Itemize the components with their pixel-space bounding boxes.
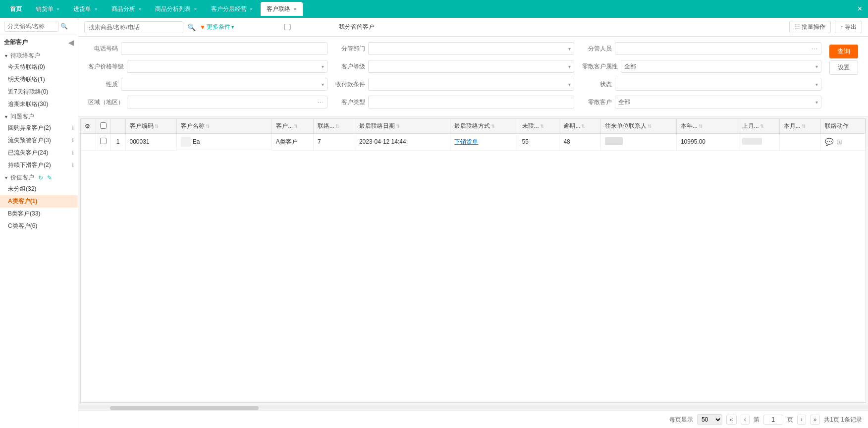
col-contact-person[interactable]: 往来单位联系人⇅	[601, 119, 677, 134]
nav-tab-product-list-close[interactable]: ×	[194, 6, 197, 12]
sidebar-item-today[interactable]: 今天待联络(0)	[0, 61, 78, 73]
export-button[interactable]: ↑ 导出	[835, 21, 862, 33]
customer-avatar	[181, 137, 191, 147]
next-page-button[interactable]: ›	[797, 415, 806, 425]
sidebar-item-ungrouped[interactable]: 未分组(32)	[0, 183, 78, 195]
search-input[interactable]	[84, 21, 183, 33]
nav-tab-product-analysis-close[interactable]: ×	[138, 6, 141, 12]
ungrouped-label: 未分组(32)	[8, 185, 74, 193]
td-contact-person	[601, 134, 677, 151]
per-page-label: 每页显示	[669, 416, 693, 424]
last-page-button[interactable]: »	[810, 415, 820, 425]
filter-retail-customer: 零散客户 全部 ▾	[578, 94, 825, 110]
region-input[interactable]: ···	[127, 96, 327, 108]
person-dots-icon[interactable]: ···	[812, 45, 818, 52]
first-page-button[interactable]: «	[726, 415, 737, 425]
sidebar-item-tomorrow[interactable]: 明天待联络(1)	[0, 73, 78, 86]
horizontal-scrollbar[interactable]	[78, 405, 868, 411]
td-checkbox[interactable]	[96, 134, 110, 151]
sidebar-item-class-a[interactable]: A类客户(1)	[0, 195, 78, 208]
nav-tab-customer-segment-close[interactable]: ×	[250, 6, 253, 12]
nav-tab-sales-close[interactable]: ×	[56, 6, 59, 12]
retail-customer-select[interactable]: 全部 ▾	[615, 96, 821, 108]
person-input[interactable]: ···	[615, 42, 821, 55]
prev-page-button[interactable]: ‹	[741, 415, 750, 425]
nav-tab-product-list-label: 商品分析列表	[155, 5, 191, 13]
nav-tab-sales[interactable]: 销货单 ×	[30, 2, 65, 16]
col-select-all[interactable]	[96, 119, 110, 134]
price-level-select[interactable]: ▾	[127, 60, 327, 73]
contact-sort-icon: ⇅	[335, 123, 339, 129]
row-last-method[interactable]: 下销货单	[454, 138, 478, 145]
row-no-contact: 55	[522, 138, 529, 145]
sidebar-item-class-b[interactable]: B类客户(33)	[0, 208, 78, 220]
sidebar-item-repurchase-abnormal[interactable]: 回购异常客户(2) ℹ	[0, 122, 78, 134]
col-this-month[interactable]: 本月...⇅	[779, 119, 821, 134]
nav-tab-customer-contact[interactable]: 客户联络 ×	[261, 2, 302, 16]
td-last-method[interactable]: 下销货单	[450, 134, 518, 151]
sidebar-item-overdue[interactable]: 逾期未联络(30)	[0, 98, 78, 110]
row-checkbox[interactable]	[100, 138, 107, 144]
close-all-tabs-button[interactable]: ×	[858, 4, 862, 13]
value-group-label: 价值客户	[10, 173, 34, 182]
scrollbar-thumb[interactable]	[110, 406, 259, 410]
search-button[interactable]: 🔍	[187, 23, 196, 31]
retail-attr-select[interactable]: 全部 ▾	[621, 60, 821, 73]
all-customers-header[interactable]: 全部客户 ◀	[0, 35, 78, 50]
nav-tab-purchase[interactable]: 进货单 ×	[67, 2, 103, 16]
col-last-month[interactable]: 上月...⇅	[738, 119, 779, 134]
col-overdue[interactable]: 逾期...⇅	[559, 119, 601, 134]
sidebar-search-icon[interactable]: 🔍	[60, 23, 68, 30]
settings-icon[interactable]: ⚙	[85, 123, 90, 130]
col-settings[interactable]: ⚙	[81, 119, 96, 134]
col-last-contact-date[interactable]: 最后联络日期⇅	[355, 119, 450, 134]
col-code[interactable]: 客户编码⇅	[125, 119, 176, 134]
sidebar-item-class-c[interactable]: C类客户(6)	[0, 220, 78, 232]
td-name[interactable]: Ea	[177, 134, 272, 150]
per-page-select[interactable]: 50 100 200	[697, 414, 722, 425]
qr-action-icon[interactable]: ⊞	[836, 138, 842, 146]
my-customers-checkbox-label[interactable]: 我分管的客户	[238, 23, 375, 31]
col-name[interactable]: 客户名称⇅	[176, 119, 272, 134]
nav-tab-customer-segment[interactable]: 客户分层经营 ×	[205, 2, 259, 16]
td-overdue: 48	[559, 134, 601, 151]
value-edit-icon[interactable]: ✎	[47, 174, 52, 181]
customer-type-input[interactable]	[368, 96, 575, 108]
churn-warning-label: 流失预警客户(3)	[8, 136, 72, 145]
phone-input[interactable]	[121, 42, 327, 55]
page-number-input[interactable]	[763, 415, 783, 425]
sidebar-item-churn-warning[interactable]: 流失预警客户(3) ℹ	[0, 134, 78, 147]
status-select[interactable]: ▾	[615, 78, 821, 91]
sidebar-item-week[interactable]: 近7天待联络(0)	[0, 86, 78, 98]
select-all-checkbox[interactable]	[100, 122, 107, 129]
col-last-contact-method[interactable]: 最后联络方式⇅	[450, 119, 518, 134]
col-no-contact[interactable]: 未联...⇅	[518, 119, 559, 134]
info-icon-repurchase: ℹ	[72, 125, 74, 131]
col-contact-count[interactable]: 联络...⇅	[314, 119, 355, 134]
nav-tab-home[interactable]: 首页	[4, 2, 28, 16]
sidebar-item-churned[interactable]: 已流失客户(24) ℹ	[0, 147, 78, 159]
query-button[interactable]: 查询	[829, 45, 858, 58]
col-year-amount[interactable]: 本年...⇅	[676, 119, 738, 134]
nav-tab-customer-contact-close[interactable]: ×	[293, 6, 296, 12]
batch-ops-button[interactable]: ☰ 批量操作	[789, 21, 831, 33]
nav-tab-product-list[interactable]: 商品分析列表 ×	[149, 2, 203, 16]
sidebar-search-input[interactable]	[4, 21, 58, 32]
payment-select[interactable]: ▾	[368, 78, 575, 91]
setting-button[interactable]: 设置	[829, 60, 858, 75]
nature-select[interactable]: ▾	[121, 78, 327, 91]
more-filters-button[interactable]: ▼ 更多条件 ▾	[200, 23, 234, 31]
my-customers-checkbox[interactable]	[238, 24, 337, 30]
payment-chevron-icon: ▾	[568, 82, 571, 87]
col-customer-type[interactable]: 客户...⇅	[272, 119, 314, 134]
contact-action-icon[interactable]: 💬	[825, 138, 833, 146]
nav-tab-purchase-close[interactable]: ×	[94, 6, 97, 12]
filter-row-4: 区域（地区） ··· 客户类型 零散客户 全部	[84, 94, 825, 110]
value-refresh-icon[interactable]: ↻	[38, 174, 43, 181]
sidebar-item-declining[interactable]: 持续下滑客户(2) ℹ	[0, 159, 78, 171]
customer-level-select[interactable]: ▾	[368, 60, 575, 73]
nav-tab-product-analysis[interactable]: 商品分析 ×	[106, 2, 147, 16]
region-dots-icon[interactable]: ···	[318, 99, 324, 106]
nav-tab-customer-segment-label: 客户分层经营	[211, 5, 247, 13]
department-select[interactable]: ▾	[368, 42, 575, 55]
